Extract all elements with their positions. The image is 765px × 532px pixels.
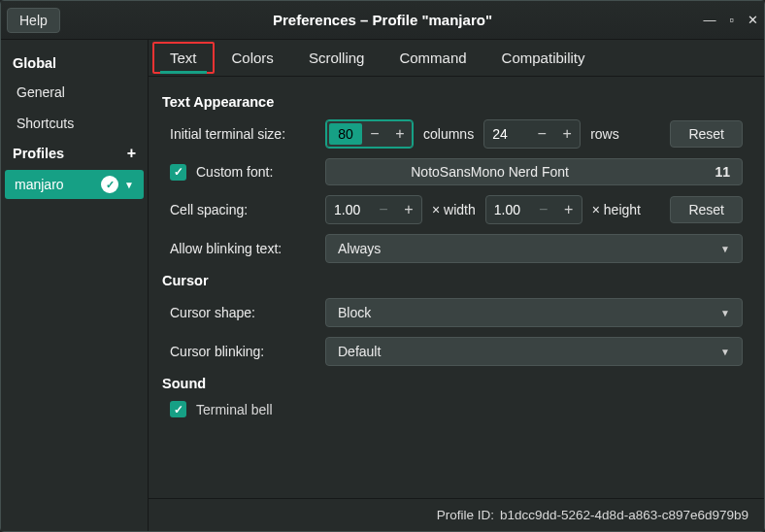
content: Text Appearance Initial terminal size: −…: [149, 77, 764, 498]
sidebar-item-label: manjaro: [15, 177, 64, 192]
cell-width-unit: × width: [432, 202, 476, 217]
tab-colors[interactable]: Colors: [215, 42, 291, 74]
row-cursor-blink: Cursor blinking: Default ▼: [170, 337, 743, 366]
section-cursor: Cursor: [162, 273, 743, 288]
preferences-window: Help Preferences – Profile "manjaro" — ▫…: [0, 0, 765, 532]
row-initial-size: Initial terminal size: − + columns − + r…: [170, 119, 743, 149]
allow-blink-value: Always: [338, 241, 381, 256]
terminal-bell-label: Terminal bell: [196, 402, 273, 417]
tab-text[interactable]: Text: [152, 42, 215, 74]
reset-spacing-button[interactable]: Reset: [670, 196, 743, 223]
row-terminal-bell: ✓ Terminal bell: [170, 401, 743, 417]
font-name: NotoSansMono Nerd Font: [411, 164, 569, 180]
cursor-shape-select[interactable]: Block ▼: [325, 298, 743, 327]
custom-font-label: Custom font:: [196, 164, 273, 180]
profile-id-label: Profile ID:: [437, 508, 494, 522]
titlebar: Help Preferences – Profile "manjaro" — ▫…: [1, 1, 764, 40]
cell-height-input[interactable]: [486, 202, 531, 217]
default-profile-icon: ✓: [101, 176, 118, 193]
columns-stepper[interactable]: − +: [325, 119, 414, 149]
add-profile-icon[interactable]: +: [127, 145, 136, 162]
section-sound: Sound: [162, 376, 743, 391]
chevron-down-icon: ▼: [720, 347, 730, 357]
profile-id-value: b1dcc9dd-5262-4d8d-a863-c897e6d979b9: [500, 508, 748, 522]
sidebar-header-global: Global: [1, 50, 148, 77]
chevron-down-icon: ▼: [720, 244, 730, 254]
body: Global General Shortcuts Profiles + manj…: [1, 40, 764, 531]
minus-icon[interactable]: −: [531, 196, 556, 223]
tabs: Text Colors Scrolling Command Compatibil…: [149, 40, 764, 77]
tab-compatibility[interactable]: Compatibility: [484, 42, 603, 74]
row-cursor-shape: Cursor shape: Block ▼: [170, 298, 743, 327]
tab-command[interactable]: Command: [382, 42, 483, 74]
cell-height-stepper[interactable]: − +: [485, 195, 582, 224]
plus-icon[interactable]: +: [387, 120, 413, 148]
cursor-shape-value: Block: [338, 305, 371, 320]
plus-icon[interactable]: +: [396, 196, 421, 223]
sidebar-global-label: Global: [13, 55, 56, 71]
minimize-icon[interactable]: —: [703, 13, 715, 27]
main: Text Colors Scrolling Command Compatibil…: [149, 40, 764, 531]
reset-size-button[interactable]: Reset: [670, 120, 743, 148]
sidebar-item-manjaro[interactable]: manjaro ✓ ▼: [5, 170, 144, 199]
initial-size-label: Initial terminal size:: [170, 126, 316, 142]
plus-icon[interactable]: +: [554, 120, 580, 148]
minus-icon[interactable]: −: [371, 196, 396, 223]
allow-blink-label: Allow blinking text:: [170, 241, 316, 256]
rows-unit: rows: [590, 126, 619, 142]
rows-stepper[interactable]: − +: [483, 119, 581, 149]
font-chooser-button[interactable]: NotoSansMono Nerd Font 11: [325, 158, 743, 185]
chevron-down-icon: ▼: [720, 308, 730, 318]
rows-input[interactable]: [484, 126, 529, 142]
close-icon[interactable]: ✕: [748, 13, 758, 27]
tab-scrolling[interactable]: Scrolling: [291, 42, 382, 74]
cursor-blink-label: Cursor blinking:: [170, 344, 316, 359]
cell-spacing-label: Cell spacing:: [170, 202, 316, 217]
cursor-blink-value: Default: [338, 344, 381, 359]
row-allow-blink: Allow blinking text: Always ▼: [170, 234, 743, 263]
columns-input[interactable]: [329, 123, 362, 145]
cursor-shape-label: Cursor shape:: [170, 305, 316, 320]
section-text-appearance: Text Appearance: [162, 94, 743, 110]
footer: Profile ID: b1dcc9dd-5262-4d8d-a863-c897…: [149, 498, 764, 531]
cursor-blink-select[interactable]: Default ▼: [325, 337, 743, 366]
row-cell-spacing: Cell spacing: − + × width − + × height R…: [170, 195, 743, 224]
profile-menu-icon[interactable]: ▼: [124, 180, 134, 190]
maximize-icon[interactable]: ▫: [729, 13, 734, 27]
sidebar-profiles-label: Profiles: [13, 146, 64, 161]
minus-icon[interactable]: −: [362, 120, 387, 148]
sidebar-item-general[interactable]: General: [1, 77, 148, 108]
sidebar-header-profiles: Profiles +: [1, 139, 148, 168]
sidebar-item-shortcuts[interactable]: Shortcuts: [1, 108, 148, 139]
row-custom-font: ✓ Custom font: NotoSansMono Nerd Font 11: [170, 158, 743, 185]
cell-height-unit: × height: [592, 202, 641, 217]
minus-icon[interactable]: −: [529, 120, 554, 148]
cell-width-input[interactable]: [326, 202, 371, 217]
terminal-bell-checkbox[interactable]: ✓: [170, 401, 186, 417]
font-size: 11: [715, 164, 730, 180]
allow-blink-select[interactable]: Always ▼: [325, 234, 743, 263]
sidebar: Global General Shortcuts Profiles + manj…: [1, 40, 149, 531]
window-title: Preferences – Profile "manjaro": [273, 12, 492, 28]
custom-font-checkbox[interactable]: ✓: [170, 164, 186, 181]
help-button[interactable]: Help: [7, 8, 60, 33]
plus-icon[interactable]: +: [556, 196, 582, 223]
cell-width-stepper[interactable]: − +: [325, 195, 422, 224]
columns-unit: columns: [423, 126, 474, 142]
